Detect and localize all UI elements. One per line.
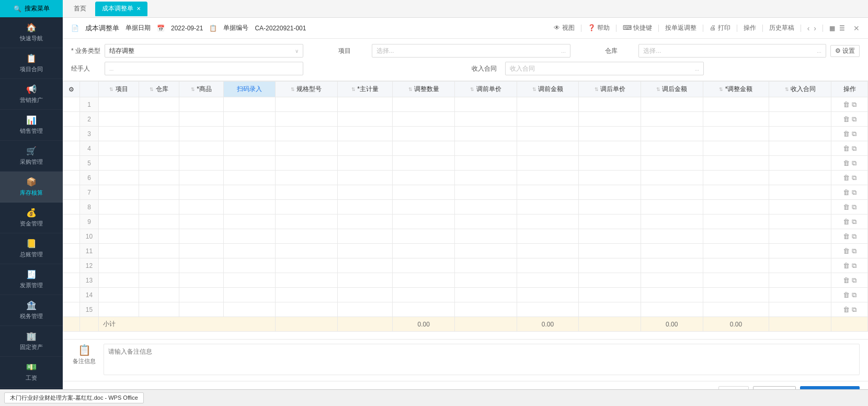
sidebar-search[interactable]: 🔍 搜索菜单	[0, 0, 63, 17]
cell[interactable]	[99, 215, 139, 229]
sidebar-item-tax-mgmt[interactable]: 🏦 税务管理	[0, 295, 63, 326]
cell[interactable]	[769, 200, 831, 215]
cell[interactable]	[337, 156, 393, 171]
copy-icon[interactable]: ⧉	[852, 276, 856, 285]
col-adj-amount[interactable]: ⇅ *调整金额	[703, 82, 769, 97]
cell[interactable]	[455, 229, 517, 244]
cell[interactable]	[337, 302, 393, 317]
cell[interactable]	[641, 273, 703, 288]
col-spec-type[interactable]: ⇅ 规格型号	[275, 82, 337, 97]
cell[interactable]	[769, 273, 831, 288]
copy-icon[interactable]: ⧉	[852, 232, 856, 241]
copy-icon[interactable]: ⧉	[852, 144, 856, 153]
cell[interactable]	[179, 244, 223, 258]
copy-icon[interactable]: ⧉	[852, 100, 856, 109]
delete-icon[interactable]: 🗑	[843, 247, 850, 255]
copy-icon[interactable]: ⧉	[852, 247, 856, 255]
cell[interactable]	[703, 200, 769, 215]
cell[interactable]	[455, 273, 517, 288]
col-post-unit-price[interactable]: ⇅ 调后单价	[579, 82, 641, 97]
cell[interactable]	[337, 185, 393, 200]
cell[interactable]	[769, 244, 831, 258]
cell[interactable]	[579, 127, 641, 141]
cell[interactable]	[393, 258, 455, 273]
cell[interactable]	[275, 258, 337, 273]
cell[interactable]	[337, 288, 393, 302]
col-gear[interactable]: ⚙	[63, 82, 80, 97]
cell[interactable]	[179, 127, 223, 141]
cell[interactable]	[641, 215, 703, 229]
cell[interactable]	[517, 200, 579, 215]
cell[interactable]	[517, 288, 579, 302]
cell[interactable]	[139, 156, 179, 171]
cell[interactable]	[517, 258, 579, 273]
cell[interactable]	[393, 244, 455, 258]
cell[interactable]	[224, 112, 276, 127]
cell[interactable]	[579, 112, 641, 127]
cell[interactable]	[579, 302, 641, 317]
sidebar-item-capital-mgmt[interactable]: 💰 资金管理	[0, 202, 63, 233]
table-container[interactable]: ⚙ ⇅ 项目 ⇅ 仓库 ⇅ *商品 扫码录入 ⇅ 规格型号 ⇅ *主计量 ⇅ 调…	[63, 81, 868, 339]
delete-icon[interactable]: 🗑	[843, 291, 850, 299]
cell[interactable]	[275, 97, 337, 112]
copy-icon[interactable]: ⧉	[852, 159, 856, 167]
cell[interactable]	[337, 273, 393, 288]
sidebar-item-invoice-mgmt[interactable]: 🧾 发票管理	[0, 264, 63, 295]
cell[interactable]	[99, 229, 139, 244]
copy-icon[interactable]: ⧉	[852, 188, 856, 197]
cell[interactable]	[139, 127, 179, 141]
cell[interactable]	[337, 244, 393, 258]
cell[interactable]	[455, 302, 517, 317]
copy-icon[interactable]: ⧉	[852, 262, 856, 270]
cell[interactable]	[641, 141, 703, 156]
cell[interactable]	[579, 185, 641, 200]
cell[interactable]	[179, 302, 223, 317]
cell[interactable]	[703, 156, 769, 171]
cell[interactable]	[641, 127, 703, 141]
cell[interactable]	[224, 229, 276, 244]
cell[interactable]	[139, 185, 179, 200]
cell[interactable]	[179, 185, 223, 200]
delete-icon[interactable]: 🗑	[843, 130, 850, 138]
help-btn[interactable]: ❓ 帮助	[588, 24, 610, 32]
cell[interactable]	[179, 215, 223, 229]
cell[interactable]	[275, 112, 337, 127]
cell[interactable]	[579, 200, 641, 215]
cell[interactable]	[703, 112, 769, 127]
cell[interactable]	[393, 288, 455, 302]
cell[interactable]	[579, 229, 641, 244]
cell[interactable]	[99, 156, 139, 171]
cell[interactable]	[275, 200, 337, 215]
cell[interactable]	[769, 97, 831, 112]
cell[interactable]	[517, 185, 579, 200]
cell[interactable]	[393, 273, 455, 288]
cell[interactable]	[517, 97, 579, 112]
copy-icon[interactable]: ⧉	[852, 291, 856, 299]
cell[interactable]	[139, 112, 179, 127]
cell[interactable]	[139, 258, 179, 273]
cell[interactable]	[275, 215, 337, 229]
cell[interactable]	[769, 171, 831, 185]
cell[interactable]	[179, 156, 223, 171]
cell[interactable]	[769, 288, 831, 302]
cell[interactable]	[393, 200, 455, 215]
cell[interactable]	[517, 171, 579, 185]
cell[interactable]	[517, 229, 579, 244]
cell[interactable]	[99, 171, 139, 185]
delete-icon[interactable]: 🗑	[843, 100, 850, 108]
cell[interactable]	[703, 171, 769, 185]
cell[interactable]	[275, 141, 337, 156]
nav-next-btn[interactable]: ›	[814, 24, 816, 32]
cell[interactable]	[517, 112, 579, 127]
copy-icon[interactable]: ⧉	[852, 203, 856, 211]
cell[interactable]	[517, 273, 579, 288]
cell[interactable]	[224, 215, 276, 229]
cell[interactable]	[641, 302, 703, 317]
cell[interactable]	[337, 229, 393, 244]
cell[interactable]	[337, 200, 393, 215]
cell[interactable]	[579, 244, 641, 258]
delete-icon[interactable]: 🗑	[843, 262, 850, 269]
cell[interactable]	[769, 185, 831, 200]
cell[interactable]	[641, 229, 703, 244]
cell[interactable]	[275, 273, 337, 288]
